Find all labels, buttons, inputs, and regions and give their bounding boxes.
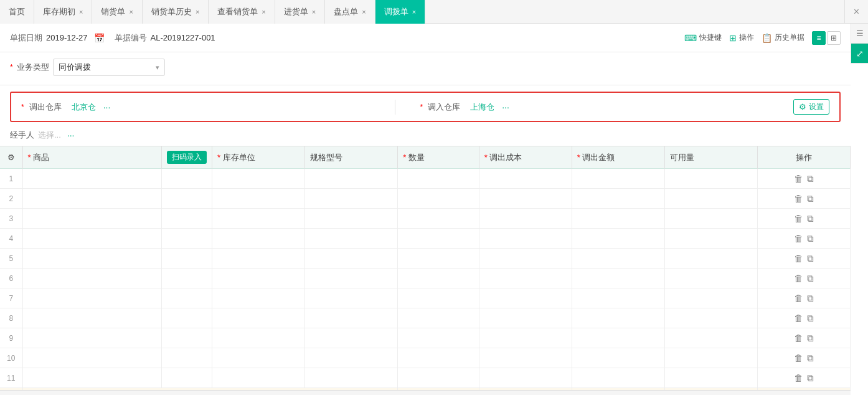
delete-icon-9[interactable]: 🗑 xyxy=(794,333,803,343)
row-spec-1[interactable] xyxy=(305,169,398,189)
row-qty-9[interactable] xyxy=(398,328,479,348)
shortcut-button[interactable]: ⌨ 快捷键 xyxy=(684,32,722,43)
row-product-6[interactable] xyxy=(22,269,162,288)
copy-icon-1[interactable]: ⧉ xyxy=(807,173,814,184)
row-spec-11[interactable] xyxy=(305,368,398,388)
close-all-button[interactable]: × xyxy=(844,0,868,24)
row-unit-3[interactable] xyxy=(212,209,305,229)
copy-icon-3[interactable]: ⧉ xyxy=(807,213,814,224)
copy-icon-5[interactable]: ⧉ xyxy=(807,253,814,264)
row-amount-8[interactable] xyxy=(572,308,664,328)
row-amount-10[interactable] xyxy=(572,348,664,368)
tab-sales-history-close[interactable]: × xyxy=(196,8,199,16)
tab-inventory-init-close[interactable]: × xyxy=(79,8,83,16)
copy-icon-7[interactable]: ⧉ xyxy=(807,293,814,304)
row-spec-8[interactable] xyxy=(305,308,398,328)
copy-icon-10[interactable]: ⧉ xyxy=(807,353,814,364)
row-cost-11[interactable] xyxy=(479,368,572,388)
row-unit-4[interactable] xyxy=(212,229,305,249)
business-type-select[interactable]: 同价调拨 ▾ xyxy=(53,59,165,76)
row-amount-3[interactable] xyxy=(572,209,664,229)
row-spec-9[interactable] xyxy=(305,328,398,348)
row-product-2[interactable] xyxy=(22,189,162,209)
delete-icon-10[interactable]: 🗑 xyxy=(794,353,803,363)
row-product-9[interactable] xyxy=(22,328,162,348)
row-spec-2[interactable] xyxy=(305,189,398,209)
sidebar-doc-button[interactable]: ☰ xyxy=(851,24,868,44)
tab-stocktake[interactable]: 盘点单 × xyxy=(325,0,375,24)
tab-sales-order-close[interactable]: × xyxy=(129,8,133,16)
delete-icon-1[interactable]: 🗑 xyxy=(794,173,803,184)
row-amount-4[interactable] xyxy=(572,229,664,249)
copy-icon-6[interactable]: ⧉ xyxy=(807,273,814,284)
layout-grid-button[interactable]: ⊞ xyxy=(827,31,841,45)
settings-button[interactable]: ⚙ 设置 xyxy=(793,99,829,115)
row-spec-4[interactable] xyxy=(305,229,398,249)
delete-icon-4[interactable]: 🗑 xyxy=(794,233,803,244)
row-qty-7[interactable] xyxy=(398,288,479,308)
handler-select[interactable]: 选择... xyxy=(38,130,61,141)
row-product-4[interactable] xyxy=(22,229,162,249)
bottom-scrollbar[interactable] xyxy=(0,390,851,395)
row-qty-2[interactable] xyxy=(398,189,479,209)
delete-icon-2[interactable]: 🗑 xyxy=(794,193,803,204)
row-cost-8[interactable] xyxy=(479,308,572,328)
row-cost-6[interactable] xyxy=(479,269,572,288)
row-qty-11[interactable] xyxy=(398,368,479,388)
row-product-3[interactable] xyxy=(22,209,162,229)
row-cost-10[interactable] xyxy=(479,348,572,368)
tab-purchase-order[interactable]: 进货单 × xyxy=(275,0,325,24)
row-unit-6[interactable] xyxy=(212,269,305,288)
row-cost-9[interactable] xyxy=(479,328,572,348)
tab-view-sales-close[interactable]: × xyxy=(262,8,265,16)
scan-button[interactable]: 扫码录入 xyxy=(167,151,207,164)
row-spec-5[interactable] xyxy=(305,249,398,269)
row-qty-1[interactable] xyxy=(398,169,479,189)
row-qty-3[interactable] xyxy=(398,209,479,229)
warehouse-out-more[interactable]: ··· xyxy=(101,102,113,112)
row-spec-10[interactable] xyxy=(305,348,398,368)
delete-icon-7[interactable]: 🗑 xyxy=(794,293,803,303)
row-cost-5[interactable] xyxy=(479,249,572,269)
history-button[interactable]: 📋 历史单据 xyxy=(762,32,804,43)
tab-home[interactable]: 首页 xyxy=(0,0,34,24)
tab-transfer[interactable]: 调拨单 × xyxy=(375,0,425,24)
row-amount-11[interactable] xyxy=(572,368,664,388)
row-spec-7[interactable] xyxy=(305,288,398,308)
row-unit-1[interactable] xyxy=(212,169,305,189)
tab-view-sales[interactable]: 查看销货单 × xyxy=(209,0,275,24)
row-unit-9[interactable] xyxy=(212,328,305,348)
row-qty-10[interactable] xyxy=(398,348,479,368)
row-amount-9[interactable] xyxy=(572,328,664,348)
delete-icon-11[interactable]: 🗑 xyxy=(794,373,803,383)
row-spec-3[interactable] xyxy=(305,209,398,229)
row-qty-4[interactable] xyxy=(398,229,479,249)
row-product-10[interactable] xyxy=(22,348,162,368)
tab-sales-history[interactable]: 销货单历史 × xyxy=(143,0,209,24)
tab-sales-order[interactable]: 销货单 × xyxy=(92,0,142,24)
row-unit-5[interactable] xyxy=(212,249,305,269)
row-cost-1[interactable] xyxy=(479,169,572,189)
handler-more[interactable]: ··· xyxy=(65,130,77,140)
copy-icon-8[interactable]: ⧉ xyxy=(807,313,814,324)
row-product-5[interactable] xyxy=(22,249,162,269)
tab-transfer-close[interactable]: × xyxy=(412,8,416,16)
row-unit-8[interactable] xyxy=(212,308,305,328)
tab-stocktake-close[interactable]: × xyxy=(362,8,366,16)
row-product-8[interactable] xyxy=(22,308,162,328)
delete-icon-8[interactable]: 🗑 xyxy=(794,313,803,323)
row-amount-6[interactable] xyxy=(572,269,664,288)
warehouse-in-more[interactable]: ··· xyxy=(499,102,512,112)
row-qty-5[interactable] xyxy=(398,249,479,269)
operation-button[interactable]: ⊞ 操作 xyxy=(729,32,754,43)
row-unit-2[interactable] xyxy=(212,189,305,209)
row-cost-2[interactable] xyxy=(479,189,572,209)
th-settings[interactable]: ⚙ xyxy=(0,146,22,169)
row-qty-8[interactable] xyxy=(398,308,479,328)
row-amount-2[interactable] xyxy=(572,189,664,209)
tab-purchase-order-close[interactable]: × xyxy=(312,8,316,16)
row-cost-7[interactable] xyxy=(479,288,572,308)
copy-icon-9[interactable]: ⧉ xyxy=(807,333,814,344)
delete-icon-5[interactable]: 🗑 xyxy=(794,253,803,264)
copy-icon-11[interactable]: ⧉ xyxy=(807,373,814,384)
